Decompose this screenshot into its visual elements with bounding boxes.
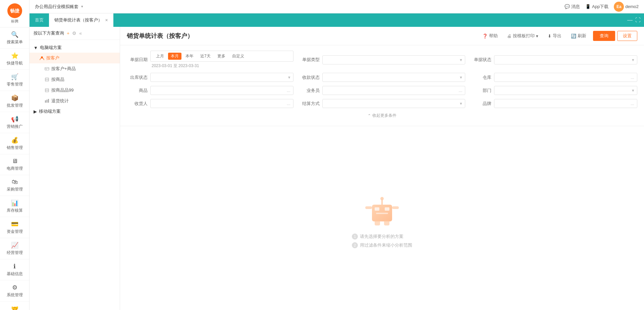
sidebar-item-label: 快捷导航: [7, 60, 23, 66]
sidebar-item-shortcut[interactable]: ⭐ 快捷导航: [0, 49, 29, 70]
tab-maximize-btn[interactable]: ⛶: [635, 17, 641, 23]
megaphone-icon: 📢: [11, 115, 18, 123]
export-btn[interactable]: ⬇ 导出: [545, 32, 564, 40]
warehouse-input[interactable]: ...: [494, 73, 637, 82]
sidebar-item-ecommerce[interactable]: 🖥 电商管理: [0, 154, 29, 175]
box-icon: 📦: [11, 94, 18, 102]
scheme-by-customer-product-label: 按客户+商品: [51, 66, 76, 72]
status-select[interactable]: ▾: [494, 55, 637, 64]
filter-type: 单据类型 ▾: [299, 51, 466, 69]
gear-icon: ⚙: [12, 284, 17, 291]
svg-rect-9: [45, 89, 49, 92]
settings-scheme-btn[interactable]: ⚙: [72, 31, 76, 36]
desktop-group-label: 电脑端方案: [40, 45, 62, 51]
date-tab-this-year[interactable]: 本年: [183, 52, 196, 60]
date-tab-last7[interactable]: 近7天: [198, 52, 213, 60]
mobile-group-header[interactable]: ▶ 移动端方案: [30, 106, 120, 116]
topbar-dropdown-icon[interactable]: ▾: [81, 4, 83, 9]
handshake-icon: 🤝: [11, 305, 18, 310]
add-scheme-btn[interactable]: +: [67, 31, 69, 36]
tabbar: 首页 销货单统计表（按客户） ✕ — ⛶: [30, 13, 644, 27]
date-tab-last-month[interactable]: 上月: [153, 52, 167, 60]
receipt-status-select[interactable]: ▾: [322, 73, 466, 82]
sidebar-item-basic[interactable]: ℹ 基础信息: [0, 259, 29, 280]
help-label: 帮助: [489, 33, 498, 39]
panel-header: 按以下方案查询 + ⚙ «: [30, 27, 120, 40]
sidebar-item-sales[interactable]: 💰 销售管理: [0, 133, 29, 154]
date-label: 单据日期: [127, 57, 150, 63]
topbar: 办公用品行业模拟账套 ▾ 💬 消息 📱 App下载 Ea demo2: [30, 0, 644, 13]
page-title-bar: 销货单统计表（按客户） ❓ 帮助 🖨 按模板打印 ▾ ⬇ 导出: [120, 27, 644, 45]
sidebar-item-enterprise[interactable]: 🤝 企业协同: [0, 302, 29, 310]
tab-home[interactable]: 首页: [30, 13, 49, 27]
logo-icon: 畅捷: [7, 3, 22, 18]
svg-rect-3: [45, 67, 49, 70]
tab-close-icon[interactable]: ✕: [105, 18, 108, 22]
scheme-by-customer[interactable]: 按客户: [30, 53, 120, 63]
sidebar-item-system[interactable]: ⚙ 系统管理: [0, 280, 29, 302]
sidebar-item-marketing[interactable]: 📢 营销推广: [0, 112, 29, 133]
payment-select[interactable]: ▾: [322, 99, 466, 108]
recipient-input[interactable]: ...: [150, 99, 293, 108]
date-tab-custom[interactable]: 自定义: [229, 52, 247, 60]
panel-header-label: 按以下方案查询: [34, 30, 64, 36]
sidebar-item-inventory[interactable]: 📊 库存核算: [0, 196, 29, 217]
desktop-chevron-icon: ▼: [34, 45, 38, 50]
brand-label: 品牌: [471, 101, 494, 107]
scheme-tree: ▼ 电脑端方案 按客户: [30, 40, 120, 310]
query-button[interactable]: 查询: [593, 31, 615, 41]
filter-area: 单据日期 上月 本月 本年 近7天 更多 自定义 2023-03-01 至 20…: [120, 45, 644, 126]
app-download-btn[interactable]: 📱 App下载: [585, 4, 608, 10]
sidebar-item-retail[interactable]: 🛒 零售管理: [0, 70, 29, 91]
sidebar-item-label: 批发管理: [7, 103, 23, 108]
filter-warehouse: 仓库 ...: [471, 73, 637, 82]
sidebar-item-wholesale[interactable]: 📦 批发管理: [0, 91, 29, 112]
type-label: 单据类型: [299, 57, 322, 63]
scheme-by-product[interactable]: 按商品: [30, 74, 120, 85]
action-group: 查询 设置: [593, 31, 637, 41]
type-select[interactable]: ▾: [322, 55, 466, 64]
brand-input[interactable]: ...: [494, 99, 637, 108]
help-btn[interactable]: ❓ 帮助: [480, 32, 500, 40]
desktop-group-header[interactable]: ▼ 电脑端方案: [30, 43, 120, 53]
download-icon: 📱: [585, 4, 591, 9]
settings-button[interactable]: 设置: [617, 31, 637, 41]
refresh-btn[interactable]: 🔄 刷新: [568, 32, 589, 40]
sidebar-item-operations[interactable]: 📈 经营管理: [0, 238, 29, 259]
svg-rect-16: [375, 207, 379, 211]
svg-rect-12: [45, 100, 46, 103]
date-tab-this-month[interactable]: 本月: [168, 53, 181, 60]
out-status-dropdown-icon: ▾: [288, 75, 290, 80]
card-icon: 💳: [11, 220, 18, 228]
filter-brand: 品牌 ...: [471, 99, 637, 108]
type-dropdown-icon: ▾: [460, 57, 462, 62]
payment-label: 结算方式: [299, 101, 322, 107]
tab-sales-report[interactable]: 销货单统计表（按客户） ✕: [49, 13, 113, 27]
status-label: 单据状态: [471, 57, 494, 63]
out-status-select[interactable]: ▾: [150, 73, 293, 82]
page-actions: ❓ 帮助 🖨 按模板打印 ▾ ⬇ 导出 🔄 刷新: [480, 31, 637, 41]
sidebar-item-search[interactable]: 🔍 搜索菜单: [0, 28, 29, 49]
desktop-group: ▼ 电脑端方案 按客户: [30, 43, 120, 106]
tip-num-2: 2: [352, 242, 358, 248]
scheme-return-stats[interactable]: 退货统计: [30, 96, 120, 106]
sidebar-item-label: 系统管理: [7, 292, 23, 298]
collapse-btn[interactable]: ⌃ 收起更多条件: [127, 111, 637, 120]
date-tab-more[interactable]: 更多: [215, 52, 228, 60]
scheme-by-customer-product[interactable]: 按客户+商品: [30, 63, 120, 74]
message-btn[interactable]: 💬 消息: [565, 4, 580, 10]
sidebar-item-finance[interactable]: 💳 资金管理: [0, 217, 29, 238]
sidebar-item-label: 电商管理: [7, 166, 23, 171]
collapse-panel-btn[interactable]: «: [79, 31, 82, 36]
by-product-icon: [45, 77, 49, 82]
tab-minimize-btn[interactable]: —: [627, 17, 633, 23]
department-select[interactable]: ▾: [494, 86, 637, 95]
sidebar-item-purchase[interactable]: 🛍 采购管理: [0, 175, 29, 196]
print-btn[interactable]: 🖨 按模板打印 ▾: [504, 32, 541, 40]
salesperson-input[interactable]: ...: [322, 86, 466, 95]
user-menu[interactable]: Ea demo2: [614, 2, 639, 12]
scheme-by-product99[interactable]: 按商品品99: [30, 85, 120, 96]
product-input[interactable]: ...: [150, 86, 293, 95]
empty-tip-1: 1 请先选择要分析的方案: [352, 234, 412, 240]
empty-tip-2: 2 用过滤条件来缩小分析范围: [352, 242, 412, 248]
